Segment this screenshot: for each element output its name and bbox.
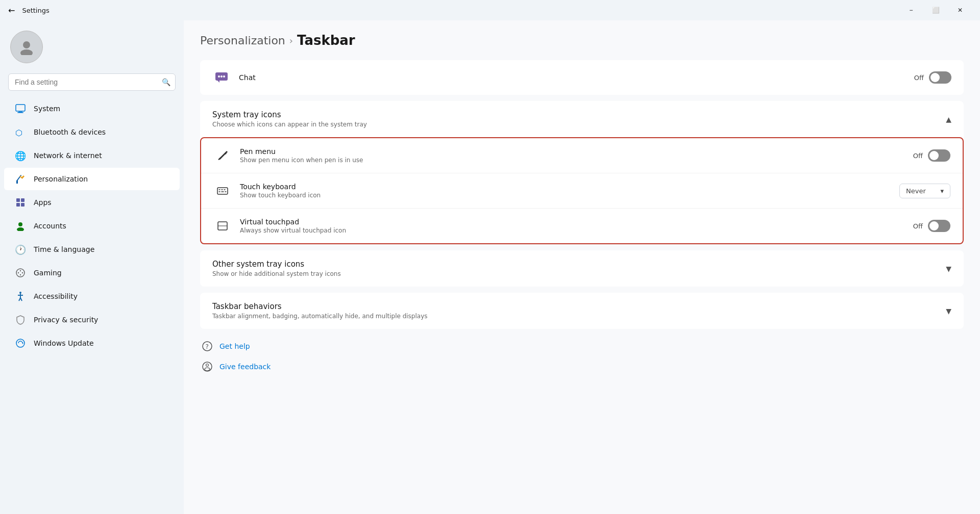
virtual-touchpad-control: Off	[913, 220, 950, 232]
touch-keyboard-subtitle: Show touch keyboard icon	[240, 192, 899, 199]
give-feedback-link[interactable]: Give feedback	[200, 359, 964, 374]
pen-menu-text: Pen menu Show pen menu icon when pen is …	[240, 147, 913, 164]
svg-point-18	[22, 272, 23, 273]
minimize-button[interactable]: −	[899, 2, 923, 18]
pen-menu-toggle[interactable]	[928, 149, 950, 162]
sidebar-item-personalization[interactable]: Personalization	[4, 168, 180, 190]
svg-rect-2	[16, 105, 25, 111]
title-bar: ← Settings − ⬜ ✕	[0, 0, 980, 20]
give-feedback-icon	[200, 359, 214, 374]
window-title: Settings	[22, 7, 49, 14]
svg-point-21	[19, 292, 21, 294]
sidebar-item-time[interactable]: 🕐 Time & language	[4, 238, 180, 261]
breadcrumb-current: Taskbar	[297, 33, 355, 48]
svg-rect-13	[21, 203, 24, 207]
system-tray-chevron[interactable]: ▲	[946, 115, 951, 123]
sidebar-item-bluetooth[interactable]: ⬡ Bluetooth & devices	[4, 121, 180, 143]
sidebar-item-privacy[interactable]: Privacy & security	[4, 309, 180, 331]
close-button[interactable]: ✕	[948, 2, 972, 18]
gaming-icon	[14, 267, 27, 279]
get-help-label: Get help	[219, 342, 250, 350]
privacy-label: Privacy & security	[34, 316, 98, 324]
touch-keyboard-title: Touch keyboard	[240, 183, 899, 191]
back-icon[interactable]: ←	[8, 6, 15, 15]
sidebar-item-accounts[interactable]: Accounts	[4, 215, 180, 237]
accounts-icon	[14, 220, 27, 232]
avatar	[10, 31, 43, 63]
apps-icon	[14, 196, 27, 209]
search-input[interactable]	[8, 73, 176, 91]
taskbar-behaviors-subtitle: Taskbar alignment, badging, automaticall…	[212, 313, 428, 320]
sidebar-item-system[interactable]: System	[4, 97, 180, 120]
sidebar-item-update[interactable]: Windows Update	[4, 332, 180, 354]
app-body: 🔍 System ⬡ Bluetooth & devices 🌐 Network…	[0, 20, 980, 514]
other-tray-chevron[interactable]: ▼	[946, 265, 951, 273]
sidebar-item-accessibility[interactable]: Accessibility	[4, 285, 180, 307]
svg-point-32	[223, 75, 225, 78]
svg-rect-12	[16, 203, 20, 207]
dropdown-chevron-icon: ▾	[940, 187, 944, 195]
other-tray-subtitle: Show or hide additional system tray icon…	[212, 270, 341, 277]
bluetooth-icon: ⬡	[14, 126, 27, 138]
virtual-touchpad-subtitle: Always show virtual touchpad icon	[240, 227, 913, 234]
touch-keyboard-dropdown-value: Never	[906, 187, 926, 195]
svg-point-1	[20, 49, 33, 55]
svg-point-14	[18, 222, 22, 226]
svg-point-17	[18, 272, 19, 273]
breadcrumb-separator: ›	[289, 35, 293, 46]
content-area: Personalization › Taskbar Chat	[184, 20, 980, 514]
svg-text:?: ?	[206, 343, 209, 350]
system-tray-title: System tray icons	[212, 110, 367, 119]
svg-point-15	[17, 227, 24, 231]
title-bar-left: ← Settings	[8, 6, 50, 15]
sidebar-item-gaming[interactable]: Gaming	[4, 262, 180, 284]
pen-menu-row: Pen menu Show pen menu icon when pen is …	[201, 138, 963, 173]
taskbar-behaviors-header[interactable]: Taskbar behaviors Taskbar alignment, bad…	[200, 293, 964, 329]
chat-control: Off	[914, 71, 951, 84]
sidebar-item-apps[interactable]: Apps	[4, 191, 180, 214]
privacy-icon	[14, 314, 27, 326]
breadcrumb-parent[interactable]: Personalization	[200, 34, 285, 47]
window-controls: − ⬜ ✕	[899, 2, 972, 18]
pen-menu-icon	[213, 146, 232, 165]
user-profile	[0, 24, 184, 73]
taskbar-behaviors-chevron[interactable]: ▼	[946, 307, 951, 315]
svg-point-20	[20, 274, 21, 275]
system-label: System	[34, 105, 60, 113]
pen-menu-control: Off	[913, 149, 950, 162]
other-tray-header[interactable]: Other system tray icons Show or hide add…	[200, 250, 964, 287]
svg-marker-29	[217, 81, 219, 83]
taskbar-behaviors-card: Taskbar behaviors Taskbar alignment, bad…	[200, 293, 964, 329]
taskbar-behaviors-header-text: Taskbar behaviors Taskbar alignment, bad…	[212, 302, 428, 320]
pen-menu-subtitle: Show pen menu icon when pen is in use	[240, 157, 913, 164]
accessibility-label: Accessibility	[34, 292, 78, 300]
get-help-link[interactable]: ? Get help	[200, 339, 964, 353]
pen-menu-title: Pen menu	[240, 147, 913, 156]
svg-point-46	[206, 364, 209, 367]
svg-marker-27	[22, 342, 23, 344]
touch-keyboard-icon	[213, 182, 232, 200]
chat-icon	[212, 68, 231, 87]
highlighted-section: Pen menu Show pen menu icon when pen is …	[200, 137, 964, 244]
update-icon	[14, 337, 27, 349]
svg-line-25	[20, 298, 22, 301]
gaming-label: Gaming	[34, 269, 62, 277]
virtual-touchpad-text: Virtual touchpad Always show virtual tou…	[240, 218, 913, 234]
other-tray-card: Other system tray icons Show or hide add…	[200, 250, 964, 287]
virtual-touchpad-toggle[interactable]	[928, 220, 950, 232]
personalization-icon	[14, 173, 27, 185]
footer-links: ? Get help Give feedback	[200, 339, 964, 374]
sidebar: 🔍 System ⬡ Bluetooth & devices 🌐 Network…	[0, 20, 184, 514]
touch-keyboard-text: Touch keyboard Show touch keyboard icon	[240, 183, 899, 199]
chat-title: Chat	[239, 73, 914, 82]
bluetooth-label: Bluetooth & devices	[34, 128, 106, 136]
system-tray-card: System tray icons Choose which icons can…	[200, 101, 964, 244]
maximize-button[interactable]: ⬜	[924, 2, 947, 18]
touch-keyboard-dropdown[interactable]: Never ▾	[899, 184, 950, 198]
svg-rect-4	[17, 112, 23, 113]
chat-toggle[interactable]	[929, 71, 951, 84]
system-icon	[14, 102, 27, 115]
svg-point-47	[205, 368, 210, 371]
system-tray-subtitle: Choose which icons can appear in the sys…	[212, 121, 367, 128]
sidebar-item-network[interactable]: 🌐 Network & internet	[4, 144, 180, 167]
